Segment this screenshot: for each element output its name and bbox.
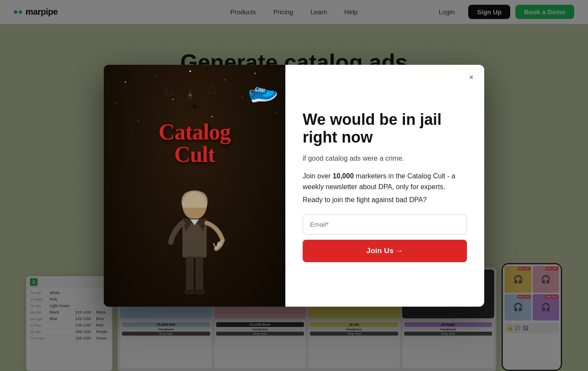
svg-point-0 — [125, 81, 126, 82]
svg-rect-20 — [195, 257, 203, 291]
modal-close-button[interactable]: × — [465, 72, 477, 84]
svg-point-9 — [276, 112, 277, 113]
modal-left-panel: 👟 Catalog Cult — [104, 65, 285, 307]
modal-ready-text: Ready to join the fight against bad DPA? — [303, 196, 467, 204]
modal-headline: We would be in jail right now — [303, 111, 467, 146]
svg-point-8 — [242, 97, 243, 98]
svg-point-4 — [255, 73, 256, 74]
modal-join-text: Join over 10,000 marketers in the Catalo… — [303, 171, 467, 193]
svg-point-6 — [116, 103, 117, 104]
svg-point-2 — [189, 70, 191, 72]
svg-point-22 — [193, 289, 205, 295]
svg-rect-19 — [186, 257, 194, 291]
modal-join-count: 10,000 — [332, 172, 354, 180]
catalog-cult-text: Catalog Cult — [104, 121, 285, 166]
modal-right-panel: × We would be in jail right now if good … — [285, 65, 484, 307]
join-button[interactable]: Join Us → — [303, 240, 467, 262]
necklace-decoration: ✦ — [189, 99, 200, 114]
modal-subtext: if good catalog ads were a crime. — [303, 153, 467, 164]
svg-point-14 — [189, 94, 191, 96]
svg-point-7 — [173, 98, 174, 100]
modal-dialog: 👟 Catalog Cult — [104, 65, 484, 307]
email-input[interactable] — [303, 214, 467, 235]
franklin-figure — [151, 184, 238, 307]
svg-marker-16 — [208, 84, 216, 93]
svg-point-3 — [224, 79, 225, 80]
svg-marker-15 — [164, 86, 173, 95]
svg-point-1 — [155, 75, 156, 76]
modal-overlay[interactable]: 👟 Catalog Cult — [0, 0, 588, 371]
svg-point-11 — [211, 116, 213, 117]
